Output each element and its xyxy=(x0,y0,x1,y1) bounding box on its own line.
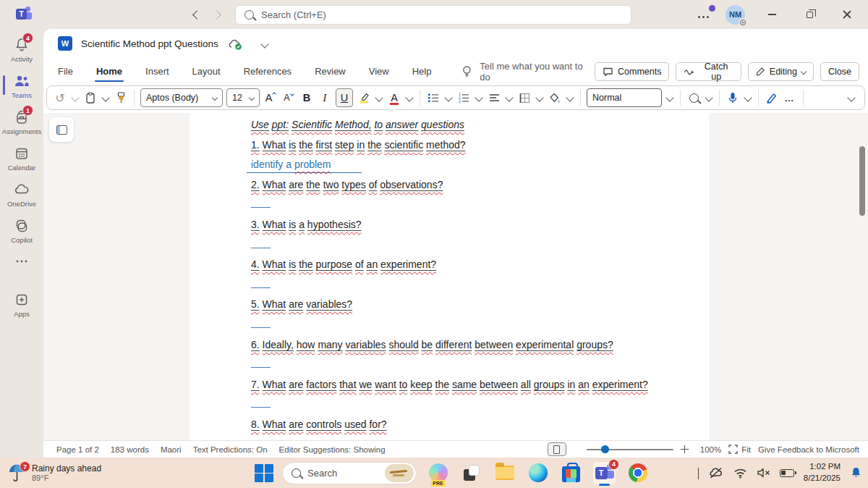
underline-button[interactable]: U xyxy=(336,88,353,107)
editor-suggestions[interactable]: Editor Suggestions: Showing xyxy=(279,445,386,454)
menu-insert[interactable]: Insert xyxy=(134,58,181,85)
battery-icon[interactable] xyxy=(780,469,794,477)
zoom-slider-thumb[interactable] xyxy=(601,445,609,453)
shrink-font-button[interactable]: A xyxy=(281,88,296,107)
format-painter-button[interactable] xyxy=(114,88,128,107)
feedback-link[interactable]: Give Feedback to Microsoft xyxy=(758,445,859,454)
sidebar-item-assignments[interactable]: 1 Assignments xyxy=(1,106,42,140)
catch-up-button[interactable]: Catch up xyxy=(676,62,741,81)
sidebar-item-activity[interactable]: 4 Activity xyxy=(1,33,42,67)
ribbon-more-button[interactable]: … xyxy=(783,88,797,107)
comments-button[interactable]: Comments xyxy=(595,62,669,81)
onedrive-paused-icon[interactable] xyxy=(708,466,724,479)
align-dropdown[interactable] xyxy=(505,88,514,107)
sidebar-more-apps-button[interactable] xyxy=(1,251,42,272)
font-name-select[interactable]: Aptos (Body) xyxy=(140,88,223,107)
document-title[interactable]: Scientific Method ppt Questions xyxy=(81,38,218,49)
minimize-button[interactable] xyxy=(761,4,783,25)
vertical-scrollbar[interactable] xyxy=(859,146,865,216)
page-indicator[interactable]: Page 1 of 2 xyxy=(56,445,99,454)
find-dropdown[interactable] xyxy=(705,88,713,107)
bold-button[interactable]: B xyxy=(299,88,314,107)
font-color-dropdown[interactable] xyxy=(405,88,414,107)
highlight-dropdown[interactable] xyxy=(375,88,383,107)
close-document-button[interactable]: Close xyxy=(820,62,859,81)
notification-bell-icon[interactable] xyxy=(850,466,862,479)
zoom-in-button[interactable] xyxy=(681,445,689,453)
document-page[interactable]: Use ppt: Scientific Method, to answer qu… xyxy=(190,113,709,440)
editor-button[interactable] xyxy=(765,88,779,107)
taskbar-copilot[interactable]: PRE xyxy=(426,461,450,485)
menu-review[interactable]: Review xyxy=(303,58,357,85)
style-select[interactable]: Normal xyxy=(587,88,662,107)
sidebar-item-calendar[interactable]: Calendar xyxy=(1,142,42,176)
font-size-select[interactable]: 12 xyxy=(226,88,260,107)
align-button[interactable] xyxy=(487,88,501,107)
bullets-dropdown[interactable] xyxy=(444,88,453,107)
restore-button[interactable] xyxy=(799,4,820,25)
taskbar-file-explorer[interactable] xyxy=(493,461,516,485)
style-dropdown[interactable] xyxy=(665,88,674,107)
sidebar-item-onedrive[interactable]: OneDrive xyxy=(1,178,42,212)
paste-button[interactable] xyxy=(83,88,98,107)
teams-search-input[interactable]: Search (Ctrl+E) xyxy=(235,5,631,25)
taskbar-edge[interactable] xyxy=(526,461,550,485)
proofing-language[interactable]: Maori xyxy=(161,445,182,454)
sidebar-item-apps[interactable]: Apps xyxy=(1,288,42,322)
paste-dropdown[interactable] xyxy=(101,88,110,107)
forward-button[interactable] xyxy=(213,9,220,20)
volume-muted-icon[interactable] xyxy=(757,468,770,478)
fit-button[interactable]: Fit xyxy=(741,445,751,454)
borders-dropdown[interactable] xyxy=(535,88,544,107)
bullets-button[interactable] xyxy=(426,88,441,107)
font-color-button[interactable]: A xyxy=(387,88,401,107)
menu-home[interactable]: Home xyxy=(85,58,134,85)
taskbar-teams[interactable]: T 4 xyxy=(592,461,616,485)
text-predictions[interactable]: Text Predictions: On xyxy=(193,445,268,454)
tray-expand-chevron[interactable] xyxy=(698,468,699,479)
avatar[interactable]: NM × xyxy=(726,5,745,25)
undo-dropdown[interactable] xyxy=(71,88,80,107)
sidebar-item-copilot[interactable]: Copilot xyxy=(1,214,42,248)
taskbar-clock[interactable]: 1:02 PM 8/21/2025 xyxy=(804,461,841,484)
close-window-button[interactable] xyxy=(836,4,858,25)
italic-button[interactable]: I xyxy=(318,88,332,107)
page-view-button[interactable] xyxy=(548,442,566,456)
wifi-icon[interactable] xyxy=(733,468,747,479)
word-count[interactable]: 183 words xyxy=(111,445,149,454)
borders-button[interactable] xyxy=(517,88,532,107)
shading-dropdown[interactable] xyxy=(566,88,574,107)
cloud-icon xyxy=(13,182,30,198)
taskbar-chrome[interactable] xyxy=(626,461,650,485)
taskbar-store[interactable] xyxy=(559,461,583,485)
find-button[interactable] xyxy=(686,88,701,107)
shading-button[interactable] xyxy=(548,88,562,107)
undo-button[interactable]: ↺ xyxy=(53,88,67,107)
menu-view[interactable]: View xyxy=(357,58,401,85)
taskbar-task-view[interactable] xyxy=(459,461,483,485)
dictate-button[interactable] xyxy=(726,88,740,107)
zoom-level[interactable]: 100% xyxy=(700,445,721,454)
tell-me-search[interactable]: Tell me what you want to do xyxy=(461,61,595,83)
zoom-slider[interactable] xyxy=(587,449,673,450)
title-dropdown-chevron[interactable] xyxy=(262,38,268,49)
sidebar-item-teams[interactable]: Teams xyxy=(1,70,42,104)
highlight-button[interactable] xyxy=(357,88,371,107)
blank-line-3 xyxy=(251,235,680,256)
menu-references[interactable]: References xyxy=(232,58,303,85)
menu-help[interactable]: Help xyxy=(401,58,443,85)
editing-mode-button[interactable]: Editing xyxy=(748,62,814,81)
back-button[interactable] xyxy=(194,9,200,20)
numbering-dropdown[interactable] xyxy=(475,88,483,107)
start-button[interactable] xyxy=(255,464,273,482)
ribbon-collapse-chevron[interactable] xyxy=(844,88,859,107)
navigation-pane-toggle[interactable] xyxy=(49,117,74,142)
grow-font-button[interactable]: A xyxy=(263,88,278,107)
numbering-button[interactable]: 123 xyxy=(456,88,471,107)
weather-widget[interactable]: 7 Rainy days ahead 89°F xyxy=(7,458,101,488)
more-options-button[interactable] xyxy=(697,8,710,21)
taskbar-search[interactable]: Search xyxy=(282,462,417,484)
menu-layout[interactable]: Layout xyxy=(181,58,232,85)
menu-file[interactable]: File xyxy=(58,58,85,85)
dictate-dropdown[interactable] xyxy=(744,88,752,107)
